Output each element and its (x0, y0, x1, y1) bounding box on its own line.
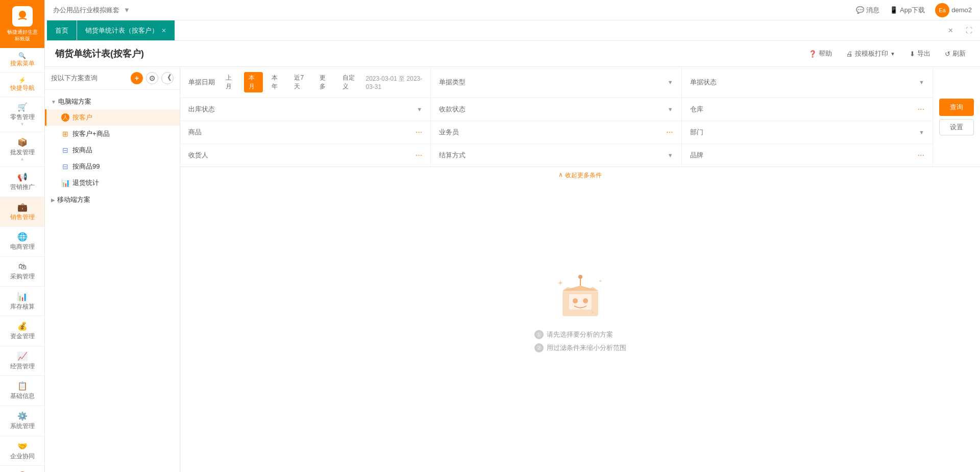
warehouse-select[interactable]: ··· (723, 105, 924, 114)
tree-item-return-stat[interactable]: 📊 退货统计 (45, 175, 180, 191)
brand-label: 品牌 (690, 151, 719, 160)
brand-select[interactable]: ··· (723, 151, 924, 160)
date-btn-more[interactable]: 更多 (315, 72, 334, 92)
tree-item-by-product[interactable]: ⊟ 按商品 (45, 142, 180, 158)
logo-text: 畅捷通好生意 标账版 (7, 29, 38, 42)
app-download-label: App下载 (900, 6, 925, 15)
sidebar-item-enterprise[interactable]: 🤝 企业协同 (0, 436, 44, 466)
date-filter-row: 上月 本月 本年 近7天 更多 自定义 2023-03-01 至 2023-03… (221, 72, 422, 92)
tree-arrow-desktop: ▼ (51, 99, 56, 105)
settings-btn[interactable]: 设置 (939, 119, 974, 135)
sidebar-logo[interactable]: 畅捷通好生意 标账版 (0, 0, 44, 48)
breadcrumb-dropdown[interactable]: ▼ (124, 6, 130, 14)
product-dots[interactable]: ··· (415, 128, 422, 137)
status-label: 单据状态 (690, 78, 719, 87)
tab-home[interactable]: 首页 (47, 20, 77, 40)
sidebar-purchase-label: 采购管理 (10, 273, 35, 281)
print-icon: 🖨 (846, 50, 853, 58)
status-select[interactable]: ▼ (723, 79, 924, 85)
sidebar-ecommerce-label: 电商管理 (10, 243, 35, 251)
sidebar-item-sales[interactable]: 💼 销售管理 (0, 197, 44, 227)
salesperson-dots[interactable]: ··· (666, 128, 673, 137)
filter-cell-dept: 部门 ▼ (682, 121, 933, 144)
scheme-edit-btn[interactable]: ⊙ (146, 72, 158, 84)
tab-bar: 首页 销货单统计表（按客户） ✕ ✕ ⛶ (45, 20, 980, 41)
sidebar-item-quick-nav[interactable]: ⚡ 快捷导航 (0, 73, 44, 97)
tab-close-btn[interactable]: ✕ (161, 27, 166, 34)
receiver-dots[interactable]: ··· (415, 151, 422, 160)
tree-group-desktop: ▼ 电脑端方案 人 按客户 ⊞ 按客户+商品 ⊟ (45, 94, 180, 191)
filter-cell-payment: 结算方式 ▼ (431, 144, 681, 167)
maximize-icon: ⛶ (966, 27, 972, 34)
sidebar-item-ecommerce[interactable]: 🌐 电商管理 (0, 227, 44, 257)
export-btn[interactable]: ⬇ 导出 (905, 47, 935, 60)
filter-cell-brand: 品牌 ··· (682, 144, 933, 167)
pay-status-select[interactable]: ▼ (472, 106, 673, 112)
tab-sales-stat[interactable]: 销货单统计表（按客户） ✕ (77, 20, 175, 40)
collapse-bar[interactable]: ∧ 收起更多条件 (180, 167, 980, 184)
svg-text:✦: ✦ (557, 279, 564, 287)
sidebar-item-marketing[interactable]: 📢 营销推广 (0, 167, 44, 197)
search-icon: 🔍 (18, 52, 26, 59)
date-btn-7days[interactable]: 近7天 (289, 72, 311, 92)
receiver-select[interactable]: ··· (221, 151, 422, 160)
filter-row-1: 单据日期 上月 本月 本年 近7天 更多 自定义 2023-03-01 至 20… (180, 67, 933, 98)
sidebar-item-inventory[interactable]: 📊 库存核算 (0, 287, 44, 317)
tree-group-desktop-header[interactable]: ▼ 电脑端方案 (45, 94, 180, 109)
out-status-select[interactable]: ▼ (221, 106, 422, 112)
sidebar-item-basic[interactable]: 📋 基础信息 (0, 376, 44, 406)
sidebar-item-operations[interactable]: 📈 经营管理 (0, 346, 44, 376)
purchase-icon: 🛍 (18, 262, 27, 271)
by-product-99-icon: ⊟ (61, 162, 69, 171)
app-download-btn[interactable]: 📱 App下载 (890, 6, 925, 15)
type-select[interactable]: ▼ (472, 79, 673, 85)
date-btn-this-year[interactable]: 本年 (267, 72, 286, 92)
product-label: 商品 (188, 128, 217, 137)
brand-dots[interactable]: ··· (918, 151, 924, 160)
tree-group-mobile-header[interactable]: ▶ 移动端方案 (45, 192, 180, 207)
sidebar-item-search[interactable]: 🔍 搜索菜单 (0, 48, 44, 73)
sidebar-retail-label: 零售管理 (10, 113, 35, 122)
help-btn[interactable]: ❓ 帮助 (804, 47, 836, 60)
sidebar-marketing-label: 营销推广 (10, 183, 35, 192)
message-btn[interactable]: 💬 消息 (856, 6, 879, 15)
sidebar-enterprise-label: 企业协同 (10, 453, 35, 461)
tree-item-by-customer-label: 按客户 (72, 113, 92, 122)
dept-select[interactable]: ▼ (723, 129, 924, 135)
scheme-header-title: 按以下方案查询 (51, 74, 97, 83)
sidebar-item-retail[interactable]: 🛒 零售管理 ▼ (0, 97, 44, 132)
tab-maximize-btn[interactable]: ⛶ (962, 23, 976, 38)
tree-item-by-customer-product[interactable]: ⊞ 按客户+商品 (45, 126, 180, 142)
date-btn-custom[interactable]: 自定义 (338, 72, 361, 92)
filter-cell-out-status: 出库状态 ▼ (180, 98, 431, 121)
tree-item-by-product-99-label: 按商品99 (72, 162, 100, 171)
date-btn-this-month[interactable]: 本月 (244, 72, 263, 92)
sidebar-inventory-label: 库存核算 (10, 303, 35, 311)
sidebar-item-system[interactable]: ⚙️ 系统管理 (0, 406, 44, 436)
sidebar-item-finance[interactable]: 💰 资金管理 (0, 316, 44, 346)
user-profile[interactable]: Ea demo2 (935, 3, 972, 17)
salesperson-select[interactable]: ··· (472, 128, 673, 137)
refresh-btn[interactable]: ↺ 刷新 (941, 47, 970, 60)
warehouse-dots[interactable]: ··· (918, 105, 924, 114)
sales-icon: 💼 (17, 202, 28, 212)
payment-select[interactable]: ▼ (472, 152, 673, 158)
filter-cell-pay-status: 收款状态 ▼ (431, 98, 681, 121)
tree-item-by-product-99[interactable]: ⊟ 按商品99 (45, 158, 180, 175)
tab-minimize-btn[interactable]: ✕ (943, 23, 958, 38)
query-btn[interactable]: 查询 (939, 99, 974, 116)
print-btn[interactable]: 🖨 按模板打印 ▼ (842, 47, 899, 60)
sidebar-item-wholesale[interactable]: 📦 批发管理 ▲ (0, 132, 44, 168)
product-select[interactable]: ··· (221, 128, 422, 137)
type-label: 单据类型 (439, 78, 468, 87)
sidebar-item-purchase[interactable]: 🛍 采购管理 (0, 257, 44, 287)
scheme-add-btn[interactable]: + (131, 72, 143, 84)
return-stat-icon: 📊 (61, 179, 69, 187)
help-icon: ❓ (808, 50, 817, 58)
date-btn-last-month[interactable]: 上月 (221, 72, 240, 92)
sidebar-item-guide[interactable]: 🎯 新手引导 (0, 466, 44, 472)
tree-item-by-product-label: 按商品 (72, 146, 92, 155)
filter-row-3: 商品 ··· 业务员 ··· (180, 121, 933, 144)
tree-item-by-customer[interactable]: 人 按客户 (45, 109, 180, 126)
scheme-collapse-btn[interactable]: 《 (161, 72, 174, 84)
